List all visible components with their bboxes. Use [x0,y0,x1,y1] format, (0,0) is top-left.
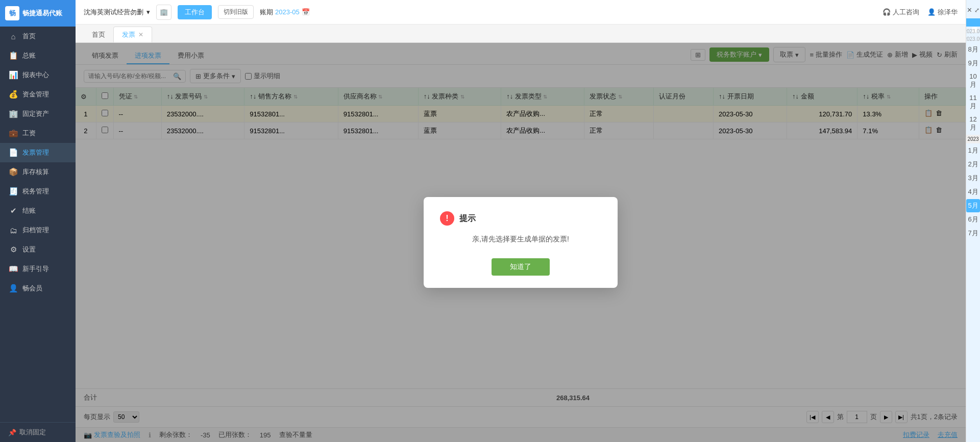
rp-month-item[interactable]: 3月 [966,171,980,185]
home-icon: ⌂ [8,32,18,41]
building-icon: 🏢 [160,8,168,16]
user-menu[interactable]: 👤 徐泽华 [927,8,958,17]
sidebar-item-assets[interactable]: 🏢固定资产 [0,104,76,124]
sidebar-item-home[interactable]: ⌂首页 [0,27,76,46]
sidebar-label-home: 首页 [22,32,36,41]
tab-home-label: 首页 [92,30,105,39]
ledger-icon: 📋 [8,51,18,60]
rp-month-item[interactable]: 9月 [966,57,980,70]
archive-icon: 🗂 [8,226,18,235]
sidebar-cancel-pin[interactable]: 📌 取消固定 [0,422,76,442]
month-list: 8月9月10月11月12月20231月2月3月4月5月6月7月 [966,43,980,240]
service-label: 人工咨询 [893,8,919,17]
rp-month-item[interactable]: 6月 [966,213,980,226]
salary-icon: 💼 [8,129,18,138]
sidebar-item-settings[interactable]: ⚙设置 [0,240,76,259]
period-display: 账期 2023-05 📅 [260,8,310,17]
member-icon: 👤 [8,284,18,293]
sidebar-label-reports: 报表中心 [22,70,49,80]
sidebar-label-tax: 税务管理 [22,187,49,196]
sidebar-label-assets: 固定资产 [22,109,49,118]
service-button[interactable]: 🎧 人工咨询 [883,8,919,17]
tab-close-icon[interactable]: ✕ [138,31,143,38]
rp-month-item[interactable]: 1月 [966,144,980,157]
sidebar-item-tax[interactable]: 🧾税务管理 [0,182,76,201]
invoice-icon: 📄 [8,148,18,157]
tab-home[interactable]: 首页 [84,27,113,42]
user-name: 徐泽华 [938,8,958,17]
sidebar-label-invoice: 发票管理 [22,148,49,157]
sidebar-label-archive: 归档管理 [22,226,49,235]
closing-icon: ✔ [8,206,18,215]
guide-icon: 📖 [8,264,18,274]
rp-month-item[interactable]: 2月 [966,158,980,171]
sidebar-label-inventory: 库存核算 [22,167,49,177]
tab-invoice[interactable]: 发票 ✕ [113,27,152,42]
rp-month-item[interactable]: 8月 [966,43,980,56]
headset-icon: 🎧 [883,8,891,16]
rp-month-item[interactable]: 11月 [966,92,980,113]
sidebar-item-guide[interactable]: 📖新手引导 [0,259,76,279]
modal-title: 提示 [459,213,476,224]
modal-footer: 知道了 [440,258,601,276]
assets-icon: 🏢 [8,109,18,118]
reports-icon: 📊 [8,70,18,80]
sidebar-label-closing: 结账 [22,206,36,215]
sidebar-label-ledger: 总账 [22,51,36,60]
sidebar: 畅 畅捷通易代账 ⌂首页📋总账📊报表中心💰资金管理🏢固定资产💼工资📄发票管理📦库… [0,0,76,442]
rp-month-item[interactable]: 10月 [966,70,980,91]
invoice-page: 销项发票 进项发票 费用小票 ⊞ 税务数字账户 ▾ 取票 ▾ [76,43,966,442]
switch-version-button[interactable]: 切到旧版 [218,5,254,19]
rp-month-item[interactable]: 7月 [966,227,980,240]
pin-icon: 📌 [8,429,16,436]
sidebar-item-member[interactable]: 👤畅会员 [0,279,76,298]
sidebar-item-ledger[interactable]: 📋总账 [0,46,76,65]
cancel-pin-label: 取消固定 [19,428,46,437]
rp-year-divider: 2023 [966,135,980,143]
company-selector[interactable]: 沈海英测试经营勿删 ▾ [84,8,150,17]
rp-year-top2: 2023.05 [966,35,980,43]
right-panel-close[interactable]: × [966,3,973,17]
calendar-icon[interactable]: 📅 [302,8,310,16]
sidebar-label-salary: 工资 [22,129,36,138]
sidebar-label-member: 畅会员 [22,284,42,293]
tax-icon: 🧾 [8,187,18,196]
sidebar-item-salary[interactable]: 💼工资 [0,124,76,143]
modal-warning-icon: ! [440,211,454,226]
settings-icon: ⚙ [8,245,18,254]
topbar: 沈海英测试经营勿删 ▾ 🏢 工作台 切到旧版 账期 2023-05 📅 🎧 人工… [76,0,966,24]
right-panel: × ⤢ 期间选择 2023.05 2023.05 8月9月10月11月12月20… [966,0,980,442]
company-dropdown-icon: ▾ [146,8,150,16]
workbench-button[interactable]: 工作台 [178,5,212,19]
sidebar-label-guide: 新手引导 [22,264,49,274]
modal-message: 亲,请先选择要生成单据的发票! [440,235,601,244]
right-panel-expand[interactable]: ⤢ [973,3,981,17]
funds-icon: 💰 [8,90,18,99]
sidebar-item-archive[interactable]: 🗂归档管理 [0,220,76,240]
period-selector-label[interactable]: 期间选择 [966,18,981,27]
rp-year-top: 2023.05 [966,28,980,35]
main-area: 沈海英测试经营勿删 ▾ 🏢 工作台 切到旧版 账期 2023-05 📅 🎧 人工… [76,0,966,442]
sidebar-label-settings: 设置 [22,245,36,254]
period-label: 账期 [260,8,273,17]
rp-month-item[interactable]: 4月 [966,185,980,199]
tab-invoice-label: 发票 [122,30,135,39]
sidebar-label-funds: 资金管理 [22,90,49,99]
inventory-icon: 📦 [8,167,18,177]
modal-dialog: ! 提示 亲,请先选择要生成单据的发票! 知道了 [424,197,618,288]
company-icon-btn[interactable]: 🏢 [156,5,172,20]
period-value: 2023-05 [275,8,300,16]
sidebar-logo[interactable]: 畅 畅捷通易代账 [0,0,76,27]
rp-month-item[interactable]: 12月 [966,113,980,134]
modal-ok-button[interactable]: 知道了 [492,258,550,276]
sidebar-item-invoice[interactable]: 📄发票管理 [0,143,76,162]
topbar-right: 🎧 人工咨询 👤 徐泽华 [883,8,958,17]
company-name: 沈海英测试经营勿删 [84,8,143,17]
sidebar-item-funds[interactable]: 💰资金管理 [0,85,76,104]
sidebar-item-inventory[interactable]: 📦库存核算 [0,162,76,182]
rp-month-item[interactable]: 5月 [966,199,980,212]
sidebar-item-closing[interactable]: ✔结账 [0,201,76,220]
logo-text: 畅捷通易代账 [22,9,62,18]
modal-title-row: ! 提示 [440,211,601,226]
sidebar-item-reports[interactable]: 📊报表中心 [0,65,76,85]
